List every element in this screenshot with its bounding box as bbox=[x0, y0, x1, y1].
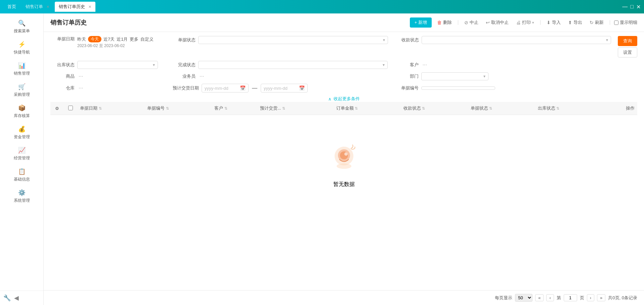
settings-bottom-icon[interactable]: 🔧 bbox=[3, 294, 11, 302]
sidebar: 🔍 搜索菜单 ⚡ 快捷导航 📊 销售管理 🛒 采购管理 📦 库存核算 💰 资金管… bbox=[0, 13, 44, 305]
delete-label: 删除 bbox=[443, 20, 452, 26]
sidebar-item-operations[interactable]: 📈 经营管理 bbox=[0, 143, 43, 164]
th-customer[interactable]: 客户 ⇅ bbox=[212, 102, 257, 115]
sidebar-item-purchase-mgmt[interactable]: 🛒 采购管理 bbox=[0, 80, 43, 101]
sort-payment-status-icon: ⇅ bbox=[422, 106, 425, 110]
date-range-text: 2023-06-02 至 2023-06-02 bbox=[77, 43, 154, 49]
delivery-status-select[interactable]: ▾ bbox=[77, 61, 158, 69]
sidebar-item-sales-mgmt[interactable]: 📊 销售管理 bbox=[0, 59, 43, 80]
tab-sales-order-label: 销售订单 bbox=[26, 4, 43, 10]
th-payment-status[interactable]: 收款状态 ⇅ bbox=[401, 102, 468, 115]
export-label: 导出 bbox=[573, 20, 582, 26]
th-settings[interactable]: ⚙ bbox=[50, 102, 64, 115]
export-button[interactable]: ⬆ 导出 bbox=[566, 18, 584, 27]
top-bar: 首页 销售订单 ✕ 销售订单历史 ✕ — □ ✕ bbox=[0, 0, 644, 13]
svg-point-4 bbox=[344, 152, 348, 156]
order-number-input[interactable] bbox=[421, 86, 495, 90]
date-option-yesterday[interactable]: 昨天 bbox=[77, 36, 86, 42]
date-option-today[interactable]: 今天 bbox=[88, 36, 101, 42]
collapse-sidebar-icon[interactable]: ◀ bbox=[14, 294, 19, 302]
tab-sales-order-close[interactable]: ✕ bbox=[46, 5, 49, 9]
delivery-date-end-input[interactable]: yyyy-mm-dd 📅 bbox=[261, 84, 308, 92]
order-status-select[interactable]: ▾ bbox=[198, 36, 388, 44]
sidebar-item-finance[interactable]: 💰 资金管理 bbox=[0, 122, 43, 143]
collapse-row[interactable]: ∧ 收起更多条件 bbox=[50, 96, 637, 102]
add-button[interactable]: + 新增 bbox=[410, 17, 432, 28]
tab-sales-order-history-close[interactable]: ✕ bbox=[88, 5, 91, 9]
settings-gear-icon[interactable]: ⚙ bbox=[55, 106, 59, 111]
delivery-date-start-input[interactable]: yyyy-mm-dd 📅 bbox=[202, 84, 249, 92]
empty-state-illustration bbox=[327, 142, 361, 176]
quick-nav-icon: ⚡ bbox=[18, 41, 26, 48]
page-number-input[interactable] bbox=[564, 294, 577, 301]
delete-button[interactable]: 🗑 删除 bbox=[435, 18, 454, 27]
department-select[interactable]: ▾ bbox=[421, 72, 488, 80]
divider-3 bbox=[610, 20, 610, 25]
inventory-icon: 📦 bbox=[18, 104, 26, 112]
sidebar-item-basic-info[interactable]: 📋 基础信息 bbox=[0, 164, 43, 186]
date-options-row: 昨天 今天 近7天 近1月 更多 自定义 bbox=[77, 36, 154, 42]
refresh-button[interactable]: ↻ 刷新 bbox=[588, 18, 606, 27]
filter-area: 单据日期 昨天 今天 近7天 近1月 更多 自定义 2023-06-02 至 2… bbox=[44, 32, 644, 102]
sidebar-item-basic-info-label: 基础信息 bbox=[14, 177, 30, 182]
import-button[interactable]: ⬇ 导入 bbox=[545, 18, 563, 27]
salesperson-select-dots[interactable]: ··· bbox=[200, 73, 204, 79]
operations-icon: 📈 bbox=[18, 147, 26, 154]
order-number-label: 单据编号 bbox=[394, 85, 421, 91]
page-title-row: 销售订单历史 + 新增 🗑 删除 ⊘ 中止 ↩ 取消中止 bbox=[50, 17, 637, 28]
th-order-number[interactable]: 单据编号 ⇅ bbox=[144, 102, 212, 115]
prev-page-button[interactable]: ‹ bbox=[546, 294, 554, 301]
delivery-date-end-text: yyyy-mm-dd bbox=[264, 86, 299, 91]
settings-button[interactable]: 设置 bbox=[618, 47, 637, 58]
per-page-select[interactable]: 50 10 20 100 bbox=[515, 294, 532, 302]
delivery-status-arrow-icon: ▾ bbox=[153, 63, 155, 67]
maximize-icon[interactable]: □ bbox=[630, 4, 634, 10]
tab-sales-order[interactable]: 销售订单 ✕ bbox=[22, 2, 53, 12]
tab-home[interactable]: 首页 bbox=[3, 2, 20, 12]
th-order-status[interactable]: 单据状态 ⇅ bbox=[468, 102, 535, 115]
next-page-button[interactable]: › bbox=[587, 294, 594, 301]
sidebar-item-quick-nav[interactable]: ⚡ 快捷导航 bbox=[0, 37, 43, 59]
delivery-date-section: 预计交货日期 yyyy-mm-dd 📅 — yyyy-mm-dd 📅 bbox=[171, 84, 388, 92]
warehouse-label: 仓库 bbox=[50, 85, 77, 91]
close-window-icon[interactable]: ✕ bbox=[636, 4, 641, 10]
display-detail-checkbox[interactable] bbox=[614, 21, 618, 25]
date-option-custom[interactable]: 自定义 bbox=[140, 36, 154, 42]
search-menu-icon: 🔍 bbox=[18, 20, 26, 27]
completion-status-arrow-icon: ▾ bbox=[383, 63, 385, 67]
sales-mgmt-icon: 📊 bbox=[18, 62, 26, 69]
date-option-7days[interactable]: 近7天 bbox=[103, 36, 115, 42]
th-order-amount[interactable]: 订单金额 ⇅ bbox=[334, 102, 401, 115]
warehouse-select-dots[interactable]: ··· bbox=[79, 85, 83, 91]
print-button[interactable]: 🖨 打印 ▾ bbox=[514, 18, 536, 27]
th-order-number-label: 单据编号 bbox=[147, 106, 165, 111]
minimize-icon[interactable]: — bbox=[622, 4, 628, 10]
th-order-date[interactable]: 单据日期 ⇅ bbox=[77, 102, 144, 115]
delivery-date-group: yyyy-mm-dd 📅 — yyyy-mm-dd 📅 bbox=[202, 84, 308, 92]
tab-sales-order-history-label: 销售订单历史 bbox=[59, 4, 85, 10]
cancel-stop-button[interactable]: ↩ 取消中止 bbox=[484, 18, 511, 27]
sidebar-item-inventory[interactable]: 📦 库存核算 bbox=[0, 101, 43, 122]
first-page-button[interactable]: « bbox=[535, 294, 544, 301]
sidebar-item-search-menu[interactable]: 🔍 搜索菜单 bbox=[0, 16, 43, 37]
tab-sales-order-history[interactable]: 销售订单历史 ✕ bbox=[55, 2, 95, 12]
customer-select-dots[interactable]: ··· bbox=[423, 62, 427, 68]
date-option-1month[interactable]: 近1月 bbox=[117, 36, 128, 42]
product-select-dots[interactable]: ··· bbox=[79, 73, 83, 79]
th-delivery-date[interactable]: 预计交货... ⇅ bbox=[257, 102, 334, 115]
date-option-more[interactable]: 更多 bbox=[130, 36, 138, 42]
th-delivery-status[interactable]: 出库状态 ⇅ bbox=[535, 102, 602, 115]
page-label: 第 bbox=[557, 295, 561, 301]
delivery-status-section: 出库状态 ▾ bbox=[50, 61, 165, 69]
sidebar-item-system[interactable]: ⚙️ 系统管理 bbox=[0, 186, 43, 207]
select-all-checkbox[interactable] bbox=[68, 106, 73, 110]
completion-status-select[interactable]: ▾ bbox=[198, 61, 388, 69]
payment-status-select[interactable]: ▾ bbox=[422, 36, 611, 44]
stop-button[interactable]: ⊘ 中止 bbox=[462, 18, 480, 27]
import-label: 导入 bbox=[552, 20, 561, 26]
date-filter-options: 昨天 今天 近7天 近1月 更多 自定义 2023-06-02 至 2023-0… bbox=[77, 36, 154, 49]
query-button[interactable]: 查询 bbox=[618, 36, 637, 46]
table-section: ⚙ 单据日期 ⇅ 单据编号 ⇅ bbox=[44, 102, 644, 290]
last-page-button[interactable]: » bbox=[597, 294, 605, 301]
completion-status-label: 完成状态 bbox=[171, 62, 198, 68]
